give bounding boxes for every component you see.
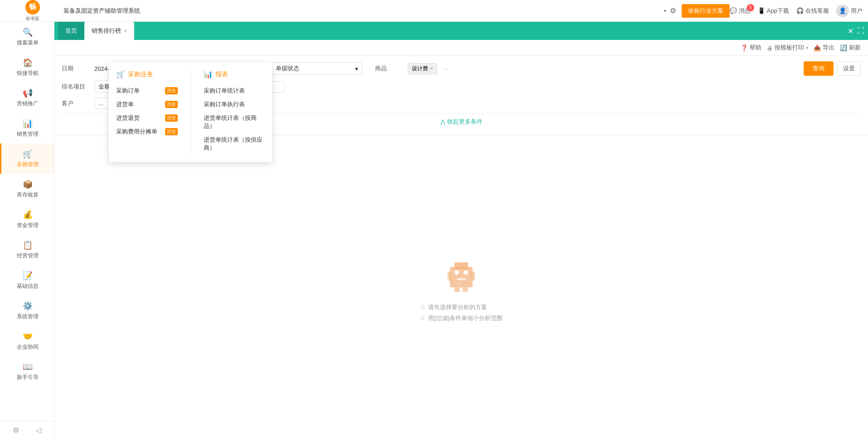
marketing-icon: 📢	[23, 88, 33, 98]
sidebar-item-cooperation-label: 企业协同	[17, 343, 39, 351]
sidebar-item-system[interactable]: ⚙️ 系统管理	[0, 296, 54, 326]
avatar: 👤	[836, 5, 849, 17]
sidebar-item-finance-label: 资金管理	[17, 222, 39, 229]
sidebar-item-purchase[interactable]: 🛒 采购管理	[0, 143, 54, 174]
toolbar: ❓ 帮助 🖨 按模板打印 ▾ 📤 导出 🔄 刷新	[741, 44, 861, 52]
basic-info-icon: 📝	[23, 271, 33, 281]
dropdown-purchase-expense[interactable]: 采购费用分摊单 历史	[116, 125, 178, 138]
help-action[interactable]: ❓ 帮助	[741, 44, 761, 52]
empty-illustration	[439, 251, 484, 296]
customer-label: 客户	[62, 99, 89, 108]
print-dropdown-icon[interactable]: ▾	[806, 45, 808, 50]
sidebar-item-search-label: 搜索菜单	[17, 39, 39, 47]
report-label: 报表	[215, 70, 228, 79]
query-btn[interactable]: 查询	[804, 61, 834, 76]
main-layout: 🔍 搜索菜单 🏠 快捷导航 📢 营销推广 📊 销售管理 🛒 采购管理 📦 库存核…	[0, 22, 868, 439]
sidebar-settings-icon[interactable]: ⚙	[13, 426, 19, 434]
purchase-business-col: 🛒 采购业务 采购订单 历史 进货单 历史 进货退货 历史 采购费用分摊单	[116, 70, 178, 155]
dropdown-goods-stats-supplier[interactable]: 进货单统计表（按供应商）	[204, 133, 265, 155]
sidebar-item-marketing[interactable]: 📢 营销推广	[0, 83, 54, 113]
sidebar-item-operations[interactable]: 📋 经营管理	[0, 235, 54, 265]
purchase-business-title: 🛒 采购业务	[116, 70, 178, 79]
bill-status-value: 单据状态	[276, 64, 299, 73]
svg-rect-1	[454, 262, 468, 269]
industry-btn[interactable]: 体验行业方案	[682, 4, 730, 18]
filter-settings-btn[interactable]: 设置	[837, 61, 861, 76]
dropdown-purchase-order[interactable]: 采购订单 历史	[116, 84, 178, 98]
history-badge-2: 历史	[165, 114, 178, 122]
sidebar: 🔍 搜索菜单 🏠 快捷导航 📢 营销推广 📊 销售管理 🛒 采购管理 📦 库存核…	[0, 22, 54, 439]
svg-rect-7	[454, 287, 460, 292]
svg-point-2	[454, 270, 459, 275]
tab-actions: ✕ ⛶	[848, 27, 864, 35]
refresh-label: 刷新	[849, 44, 861, 52]
finance-icon: 💰	[23, 210, 33, 220]
home-icon: 🏠	[23, 58, 33, 68]
date-label: 日期	[62, 64, 89, 73]
bill-status-arrow: ▾	[355, 65, 358, 72]
goods-more-dots[interactable]: ···	[443, 65, 448, 72]
sidebar-item-basic-info[interactable]: 📝 基础信息	[0, 265, 54, 296]
print-action[interactable]: 🖨 按模板打印 ▾	[767, 44, 808, 52]
help-label: 帮助	[750, 44, 761, 52]
empty-hint-2: ② 用[过滤]条件来缩小分析范围	[420, 313, 502, 323]
sidebar-footer: ⚙ ◁	[0, 421, 54, 439]
header-settings-icon[interactable]: ⚙	[670, 6, 676, 15]
logo-text: 标准版	[26, 15, 39, 22]
sidebar-item-search[interactable]: 🔍 搜索菜单	[0, 22, 54, 52]
goods-label: 商品	[375, 64, 402, 73]
sidebar-item-quick-nav[interactable]: 🏠 快捷导航	[0, 52, 54, 83]
message-action[interactable]: 💬 消息 5	[730, 7, 751, 15]
export-action[interactable]: 📤 导出	[814, 44, 834, 52]
sidebar-item-inventory-label: 库存核算	[17, 191, 39, 199]
system-dropdown-arrow[interactable]: ▾	[664, 8, 666, 13]
export-label: 导出	[823, 44, 834, 52]
dropdown-goods-stats-product[interactable]: 进货单统计表（按商品）	[204, 111, 265, 133]
sidebar-item-inventory[interactable]: 📦 库存核算	[0, 174, 54, 204]
sidebar-item-quick-nav-label: 快捷导航	[17, 69, 39, 77]
sidebar-item-sales-label: 销售管理	[17, 130, 39, 138]
tab-sales-ranking[interactable]: 销售排行榜 ×	[84, 22, 134, 40]
header-actions: 💬 消息 5 📱 App下载 🎧 在线客服 👤 用户	[730, 5, 863, 17]
sidebar-item-guide[interactable]: 📖 新手引导	[0, 356, 54, 387]
sidebar-collapse-icon[interactable]: ◁	[36, 426, 41, 434]
sidebar-item-cooperation[interactable]: 🤝 企业协同	[0, 326, 54, 356]
user-name: 用户	[851, 7, 863, 15]
goods-tag-value: 设计费	[412, 65, 428, 73]
bill-status-select[interactable]: 单据状态 ▾	[272, 62, 362, 75]
tab-maximize-icon[interactable]: ⛶	[857, 27, 864, 35]
online-service-action[interactable]: 🎧 在线客服	[796, 7, 829, 15]
sidebar-item-basic-info-label: 基础信息	[17, 282, 39, 290]
goods-tag-remove[interactable]: ×	[430, 65, 433, 72]
user-action[interactable]: 👤 用户	[836, 5, 863, 17]
report-title: 📊 报表	[204, 70, 265, 79]
query-actions: 查询 设置	[804, 61, 861, 76]
refresh-action[interactable]: 🔄 刷新	[840, 44, 861, 52]
print-icon: 🖨	[767, 44, 773, 51]
headset-icon: 🎧	[796, 7, 804, 14]
tab-sales-ranking-label: 销售排行榜	[92, 27, 121, 35]
sidebar-item-finance[interactable]: 💰 资金管理	[0, 204, 54, 235]
dropdown-goods-return[interactable]: 进货退货 历史	[116, 111, 178, 125]
app-download-action[interactable]: 📱 App下载	[758, 7, 789, 15]
rank-item-label: 排名项目	[62, 83, 89, 91]
content-area: 首页 销售排行榜 × ✕ ⛶ ❓ 帮助	[54, 22, 868, 439]
dropdown-purchase-order-stats[interactable]: 采购订单统计表	[204, 84, 265, 98]
sidebar-item-purchase-label: 采购管理	[17, 161, 39, 168]
refresh-icon: 🔄	[840, 44, 847, 51]
tab-close-all-icon[interactable]: ✕	[848, 27, 853, 35]
tab-close-icon[interactable]: ×	[124, 28, 127, 34]
online-service-label: 在线客服	[805, 7, 829, 15]
dropdown-purchase-order-exec[interactable]: 采购订单执行表	[204, 98, 265, 111]
svg-rect-5	[448, 271, 451, 281]
search-icon: 🔍	[23, 27, 33, 37]
logo-area: 畅 标准版	[5, 0, 60, 22]
tab-home-label: 首页	[65, 27, 77, 35]
svg-rect-8	[463, 287, 468, 292]
dropdown-divider	[190, 70, 191, 155]
tab-home[interactable]: 首页	[58, 22, 84, 40]
message-icon: 💬	[730, 7, 737, 14]
dropdown-goods-receipt[interactable]: 进货单 历史	[116, 98, 178, 111]
system-title: 装备及固定资产辅助管理系统	[63, 7, 664, 15]
sidebar-item-sales[interactable]: 📊 销售管理	[0, 113, 54, 143]
